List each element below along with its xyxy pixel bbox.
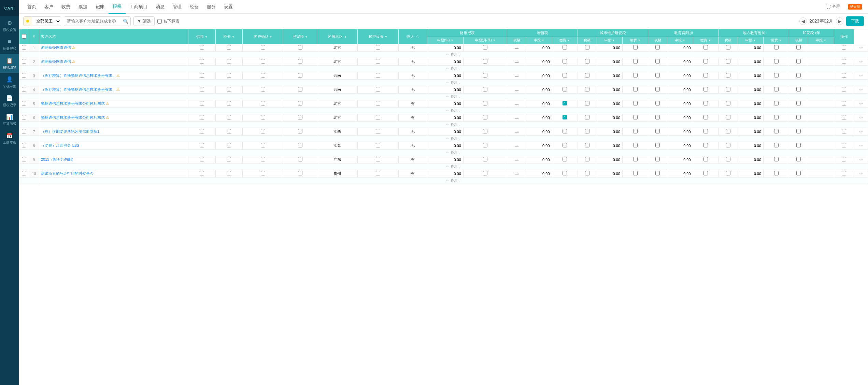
vat-shenb-checkbox[interactable] [563, 171, 567, 175]
vat-jf-cell[interactable] [578, 58, 597, 66]
vat-shenb-checkbox[interactable] [563, 59, 567, 63]
city-shenb-checkbox[interactable] [633, 171, 638, 175]
local-jf-checkbox[interactable] [796, 59, 801, 63]
city-jf-checkbox[interactable] [655, 171, 660, 175]
edu-jf-checkbox[interactable] [726, 115, 730, 119]
tax-cell[interactable] [188, 142, 215, 149]
nav-messages[interactable]: 消息 [152, 0, 169, 14]
device-cell[interactable] [358, 142, 398, 149]
device-checkbox[interactable] [376, 115, 380, 119]
confirm-checkbox[interactable] [261, 157, 265, 161]
mingxia-checkbox[interactable] [157, 19, 162, 24]
vat-jf-checkbox[interactable] [585, 87, 589, 91]
vat-shenb-checkbox[interactable] [563, 87, 567, 91]
stamp-shenb-cell[interactable] [834, 170, 854, 177]
confirm-checkbox[interactable] [261, 59, 265, 63]
device-checkbox[interactable] [376, 157, 380, 161]
vat-shenb-checkbox[interactable] [563, 73, 567, 77]
local-shenb-checkbox[interactable] [774, 129, 779, 133]
caiwu-year-cell[interactable] [463, 156, 507, 163]
vat-jf-cell[interactable] [578, 128, 597, 136]
edit-icon[interactable]: ✏ [859, 157, 863, 162]
th-company[interactable]: 客户名称 [39, 29, 188, 44]
company-name[interactable]: 测试斯春的凭证打印的时候是否 [41, 171, 94, 175]
local-shenb-checkbox[interactable] [774, 45, 779, 49]
card-checkbox[interactable] [227, 157, 231, 161]
edu-shenb-checkbox[interactable] [703, 129, 708, 133]
th-caiwu-month[interactable]: 申报(月/季) ▼ [463, 37, 507, 44]
tax-cell[interactable] [188, 72, 215, 80]
vat-shenb-cell[interactable] [552, 156, 578, 163]
edu-jf-cell[interactable] [718, 114, 738, 122]
card-checkbox[interactable] [227, 171, 231, 175]
device-cell[interactable] [358, 170, 398, 177]
caiwu-year-cell[interactable] [463, 142, 507, 149]
tax-checkbox[interactable] [200, 129, 204, 133]
tax-checkbox[interactable] [200, 143, 204, 147]
card-cell[interactable] [215, 128, 242, 136]
vat-jf-cell[interactable] [578, 100, 597, 108]
edu-shenb-cell[interactable] [693, 100, 718, 108]
action-cell[interactable]: ✏ [854, 142, 868, 149]
nav-bookkeeping[interactable]: 记账 [91, 0, 109, 14]
action-cell[interactable]: ✏ [854, 128, 868, 136]
edu-shenb-checkbox[interactable] [703, 143, 708, 147]
confirm-cell[interactable] [242, 86, 283, 94]
th-card[interactable]: 滑卡 ▼ [215, 29, 242, 44]
paid-checkbox[interactable] [298, 101, 302, 105]
th-caiwu-year[interactable]: 申报(年) ▼ [427, 37, 463, 44]
caiwu-year-checkbox[interactable] [483, 115, 487, 119]
device-cell[interactable] [358, 100, 398, 108]
edit-icon[interactable]: ✏ [859, 45, 863, 50]
stamp-shenb-checkbox[interactable] [842, 101, 846, 105]
local-shenb-cell[interactable] [764, 170, 789, 177]
vat-shenb-cell[interactable] [552, 58, 578, 66]
edu-shenb-cell[interactable] [693, 72, 718, 80]
vat-jf-cell[interactable] [578, 114, 597, 122]
edu-jf-checkbox[interactable] [726, 157, 730, 161]
tax-checkbox[interactable] [200, 157, 204, 161]
edu-jf-cell[interactable] [718, 170, 738, 177]
stamp-shenb-checkbox[interactable] [842, 171, 846, 175]
card-checkbox[interactable] [227, 45, 231, 49]
card-cell[interactable] [215, 72, 242, 80]
city-jf-cell[interactable] [648, 128, 667, 136]
nav-management[interactable]: 管理 [169, 0, 186, 14]
edu-jf-cell[interactable] [718, 58, 738, 66]
stamp-shenb-cell[interactable] [834, 58, 854, 66]
city-shenb-cell[interactable] [623, 156, 648, 163]
th-confirm[interactable]: 客户确认 ▼ [242, 29, 283, 44]
row-checkbox-cell[interactable] [19, 142, 29, 149]
vat-jf-checkbox[interactable] [585, 171, 589, 175]
sidebar-item-tax-settings[interactable]: ⚙ 报税设置 [0, 16, 19, 35]
nav-customer[interactable]: 客户 [40, 0, 57, 14]
caiwu-year-checkbox[interactable] [483, 129, 487, 133]
paid-checkbox[interactable] [298, 45, 302, 49]
confirm-cell[interactable] [242, 72, 283, 80]
th-city-shenb[interactable]: 申报 ▼ [597, 37, 622, 44]
local-shenb-checkbox[interactable] [774, 157, 779, 161]
local-shenb-checkbox[interactable] [774, 143, 779, 147]
paid-cell[interactable] [283, 156, 317, 163]
device-checkbox[interactable] [376, 129, 380, 133]
th-device[interactable]: 税控设备 ▼ [358, 29, 398, 44]
row-checkbox-cell[interactable] [19, 72, 29, 80]
stamp-shenb-cell[interactable] [834, 156, 854, 163]
edit-icon[interactable]: ✏ [859, 101, 863, 106]
th-edu-jf[interactable]: 缴费 ▼ [693, 37, 718, 44]
company-name[interactable]: 2013（陶美芳勿删） [41, 157, 75, 161]
nav-home[interactable]: 首页 [23, 0, 40, 14]
local-shenb-cell[interactable] [764, 72, 789, 80]
device-checkbox[interactable] [376, 59, 380, 63]
vat-shenb-cell[interactable] [552, 100, 578, 108]
stamp-shenb-checkbox[interactable] [842, 73, 846, 77]
paid-cell[interactable] [283, 44, 317, 52]
vip-btn[interactable]: 畅会员 [846, 3, 864, 10]
action-cell[interactable]: ✏ [854, 170, 868, 177]
sidebar-item-batch-tax[interactable]: ≡ 批量报税 [0, 35, 19, 54]
vat-shenb-checkbox[interactable] [563, 129, 567, 133]
th-region[interactable]: 所属地区 ▼ [317, 29, 358, 44]
edit-icon[interactable]: ✏ [859, 129, 863, 134]
vat-shenb-cell[interactable] [552, 170, 578, 177]
city-shenb-cell[interactable] [623, 100, 648, 108]
